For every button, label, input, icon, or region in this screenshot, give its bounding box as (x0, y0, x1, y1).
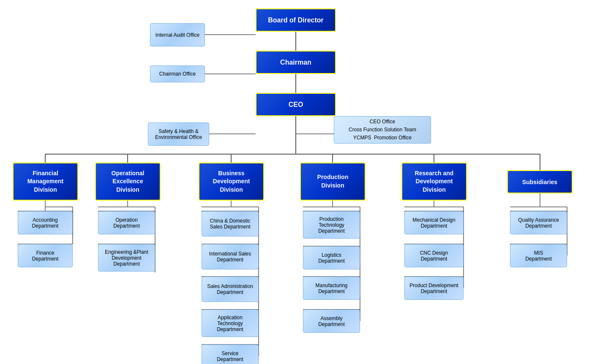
manufacturing-label: ManufacturingDepartment (315, 283, 347, 294)
finance-label: FinanceDepartment (32, 250, 59, 262)
biz-division-node: BusinessDevelopmentDivision (199, 163, 264, 201)
biz-division-label: BusinessDevelopmentDivision (213, 169, 250, 194)
accounting-label: AccountingDepartment (32, 217, 59, 229)
mis-label: MISDepartment (525, 250, 552, 262)
ceo-office-label: CEO OfficeCross Function Solution TeamYC… (349, 118, 416, 142)
app-tech-label: ApplicationTechnologyDepartment (217, 315, 243, 332)
operation-label: OperationDepartment (113, 217, 140, 229)
product-dev-label: Product DevelopmentDepartment (409, 283, 458, 294)
prod-division-label: ProductionDivision (317, 173, 349, 190)
assembly-dept-node: AssemblyDepartment (303, 310, 360, 333)
manufacturing-dept-node: ManufacturingDepartment (303, 277, 360, 300)
intl-sales-label: International SalesDepartment (209, 251, 251, 263)
prod-tech-label: ProductionTechnologyDepartment (318, 216, 345, 234)
rd-division-label: Research andDevelopmentDivision (415, 169, 454, 194)
operation-dept-node: OperationDepartment (98, 211, 155, 234)
chairman-office-node: Chairman Office (150, 65, 205, 82)
engineering-label: Engineering &PlantDevelopmentDepartment (105, 249, 148, 267)
ceo-label: CEO (289, 101, 303, 109)
ops-division-label: OperationalExcellenceDivision (112, 169, 145, 194)
quality-label: Quality AssuranceDepartment (518, 217, 559, 229)
subsidiaries-node: Subsidiaries (507, 170, 573, 193)
chairman-label: Chairman (280, 59, 311, 66)
sales-admin-label: Sales AdministrationDepartment (207, 283, 253, 295)
engineering-dept-node: Engineering &PlantDevelopmentDepartment (98, 244, 155, 272)
service-label: ServiceDepartment (217, 350, 243, 362)
mis-dept-node: MISDepartment (510, 244, 567, 267)
accounting-dept-node: AccountingDepartment (18, 211, 73, 234)
internal-audit-node: Internal Audit Office (150, 23, 205, 46)
cnc-design-dept-node: CNC DesignDepartment (404, 244, 464, 267)
mech-design-dept-node: Mechanical DesignDepartment (404, 211, 464, 234)
china-sales-label: China & DomesticSales Department (210, 218, 250, 230)
quality-dept-node: Quality AssuranceDepartment (510, 211, 567, 234)
logistics-label: LogisticsDepartment (318, 252, 345, 264)
internal-audit-label: Internal Audit Office (156, 32, 200, 38)
ceo-node: CEO (256, 93, 336, 116)
app-tech-dept-node: ApplicationTechnologyDepartment (202, 310, 259, 337)
prod-division-node: ProductionDivision (300, 163, 366, 201)
intl-sales-dept-node: International SalesDepartment (202, 244, 259, 269)
financial-division-label: FinancialManagementDivision (27, 169, 64, 194)
mech-design-label: Mechanical DesignDepartment (412, 217, 455, 229)
sales-admin-dept-node: Sales AdministrationDepartment (202, 277, 259, 302)
board-label: Board of Director (268, 16, 324, 24)
chart-container: Board of Director Chairman CEO Internal … (4, 4, 587, 364)
financial-division-node: FinancialManagementDivision (13, 163, 78, 201)
rd-division-node: Research andDevelopmentDivision (401, 163, 467, 201)
logistics-dept-node: LogisticsDepartment (303, 246, 360, 269)
safety-node: Safety & Health &Environmental Office (148, 122, 209, 146)
chairman-office-label: Chairman Office (159, 71, 196, 77)
chairman-node: Chairman (256, 51, 336, 74)
ceo-office-node: CEO OfficeCross Function Solution TeamYC… (334, 116, 431, 144)
ops-division-node: OperationalExcellenceDivision (95, 163, 161, 201)
assembly-label: AssemblyDepartment (318, 315, 345, 327)
safety-label: Safety & Health &Environmental Office (155, 128, 202, 140)
subsidiaries-label: Subsidiaries (522, 179, 557, 185)
org-chart: Board of Director Chairman CEO Internal … (0, 0, 592, 364)
service-dept-node: ServiceDepartment (202, 345, 259, 364)
board-of-director-node: Board of Director (256, 8, 336, 32)
product-dev-dept-node: Product DevelopmentDepartment (404, 277, 464, 300)
china-sales-dept-node: China & DomesticSales Department (202, 211, 259, 236)
prod-tech-dept-node: ProductionTechnologyDepartment (303, 211, 360, 239)
cnc-design-label: CNC DesignDepartment (420, 250, 448, 262)
finance-dept-node: FinanceDepartment (18, 244, 73, 267)
